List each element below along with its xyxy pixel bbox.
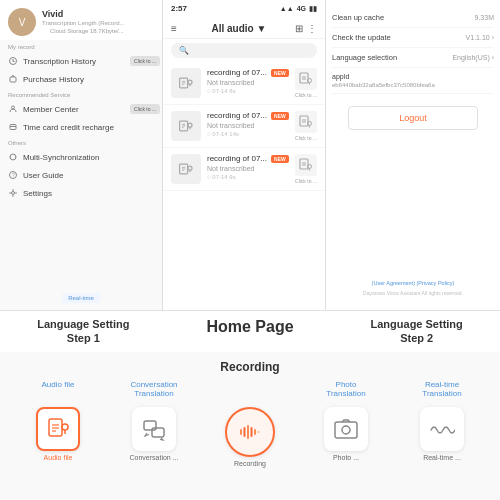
audio-action-2: Click to ... <box>295 111 317 141</box>
left-panel: V Vivid Transcription Length (Record... … <box>0 0 163 310</box>
label-right: Language Setting Step 2 <box>333 317 500 346</box>
action-label-1[interactable]: Click to ... <box>295 92 317 98</box>
svg-point-14 <box>188 80 192 84</box>
action-label-3[interactable]: Click to ... <box>295 178 317 184</box>
user-row: V Vivid Transcription Length (Record... … <box>0 0 162 40</box>
audio-thumb-3 <box>171 154 201 184</box>
bottom-section: Recording Audio file Conversation Transl… <box>0 352 500 500</box>
mid-panel: 2:57 ▲▲ 4G ▮▮ ≡ All audio ▼ ⊞ ⋮ 🔍 <box>163 0 326 310</box>
new-badge-3: NEW <box>271 155 289 163</box>
nav-item-audio[interactable]: Audio file <box>23 380 93 394</box>
nav-icon-realtime-item[interactable]: Real-time ... <box>407 407 477 461</box>
new-badge-1: NEW <box>271 69 289 77</box>
audio-time-1: ○ 07-14 8s <box>207 88 295 94</box>
nav-icon-audio-box <box>36 407 80 451</box>
logout-button[interactable]: Logout <box>348 106 478 130</box>
setting-row-cache: Clean up cache 9.33M <box>332 8 494 28</box>
svg-rect-57 <box>258 431 260 433</box>
label-left: Language Setting Step 1 <box>0 317 167 346</box>
user-info: Vivid Transcription Length (Record... Cl… <box>42 9 154 36</box>
click-btn-transcription[interactable]: Click to ... <box>130 56 160 66</box>
timecard-icon <box>8 122 18 132</box>
nav-sublabel-realtime: Real-time ... <box>423 454 461 461</box>
realtime-btn[interactable]: Real-time <box>62 293 100 303</box>
audio-item-1: recording of 07... NEW Not transcribed ○… <box>163 62 325 105</box>
sort-icon[interactable]: ⊞ <box>295 23 303 34</box>
nav-item-realtime[interactable]: Real-time Translation <box>407 380 477 403</box>
nav-icons-row-icons: Audio file Conversation ... <box>10 407 490 467</box>
svg-rect-58 <box>335 422 357 438</box>
nav-item-photo[interactable]: Photo Translation <box>311 380 381 403</box>
audio-info-1: recording of 07... NEW Not transcribed ○… <box>207 68 295 94</box>
guide-icon: ? <box>8 170 18 180</box>
audio-title-row-2: recording of 07... NEW <box>207 111 295 120</box>
section-title-recommended: Recommended Service <box>0 88 162 100</box>
setting-row-language[interactable]: Language selection English(US) › <box>332 48 494 68</box>
svg-rect-56 <box>254 429 256 435</box>
action-icon-1 <box>295 68 317 90</box>
menu-item-multi-sync[interactable]: Multi-Synchronization <box>0 148 162 166</box>
nav-icon-audio-item[interactable]: Audio file <box>23 407 93 461</box>
svg-rect-52 <box>240 429 242 435</box>
nav-icon-conversation-item[interactable]: Conversation ... <box>119 407 189 461</box>
audio-title-1: recording of 07... <box>207 68 267 77</box>
svg-point-9 <box>12 192 15 195</box>
member-icon <box>8 104 18 114</box>
nav-label-photo: Photo Translation <box>326 380 365 399</box>
menu-item-purchase-history[interactable]: Purchase History <box>0 70 162 88</box>
menu-item-user-guide[interactable]: ? User Guide <box>0 166 162 184</box>
click-btn-member[interactable]: Click to ... <box>130 104 160 114</box>
audio-info-3: recording of 07... NEW Not transcribed ○… <box>207 154 295 180</box>
menu-item-time-card[interactable]: Time card credit recharge <box>0 118 162 136</box>
nav-icon-photo-item[interactable]: Photo ... <box>311 407 381 461</box>
header-icons: ⊞ ⋮ <box>295 23 317 34</box>
svg-rect-27 <box>300 116 308 126</box>
svg-rect-54 <box>247 425 249 439</box>
all-audio-title[interactable]: All audio ▼ <box>183 23 295 34</box>
appid-label: appId <box>332 73 494 80</box>
nav-sublabel-recording: Recording <box>234 460 266 467</box>
nav-sublabel-audio: Audio file <box>44 454 73 461</box>
nav-icon-recording-box <box>225 407 275 457</box>
new-badge-2: NEW <box>271 112 289 120</box>
top-section: V Vivid Transcription Length (Record... … <box>0 0 500 310</box>
search-bar[interactable]: 🔍 <box>171 43 317 58</box>
nav-label-conversation: Conversation Translation <box>130 380 177 399</box>
svg-rect-3 <box>10 77 16 82</box>
audio-thumb-2 <box>171 111 201 141</box>
label-middle: Home Page <box>167 317 334 346</box>
time: 2:57 <box>171 4 187 13</box>
more-icon[interactable]: ⋮ <box>307 23 317 34</box>
nav-item-conversation[interactable]: Conversation Translation <box>119 380 189 403</box>
history-icon <box>8 56 18 66</box>
audio-title-3: recording of 07... <box>207 154 267 163</box>
action-label-2[interactable]: Click to ... <box>295 135 317 141</box>
audio-item-2: recording of 07... NEW Not transcribed ○… <box>163 105 325 148</box>
bottom-title: Recording <box>10 360 490 374</box>
hamburger-icon[interactable]: ≡ <box>171 23 177 34</box>
language-value: English(US) › <box>452 54 494 61</box>
user-name: Vivid <box>42 9 154 19</box>
menu-item-transcription-history[interactable]: Transcription History Click to ... <box>0 52 162 70</box>
nav-label-realtime: Real-time Translation <box>422 380 461 399</box>
setting-row-update[interactable]: Check the update V1.1.10 › <box>332 28 494 48</box>
section-title-others: Others <box>0 136 162 148</box>
cache-label: Clean up cache <box>332 13 384 22</box>
search-icon: 🔍 <box>179 46 189 55</box>
svg-rect-55 <box>251 427 253 437</box>
footer-links: (User Agreement) (Privacy Policy) <box>326 280 500 286</box>
menu-item-member-center[interactable]: Member Center Click to ... <box>0 100 162 118</box>
audio-title-row-3: recording of 07... NEW <box>207 154 295 163</box>
appid-row: appId eb6440bab32a8a5efbc37c5080bfea6a <box>332 68 494 94</box>
nav-icon-realtime-box <box>420 407 464 451</box>
menu-item-settings[interactable]: Settings <box>0 184 162 202</box>
audio-action-3: Click to ... <box>295 154 317 184</box>
nav-icon-recording-item[interactable]: Recording <box>215 407 285 467</box>
nav-label-audio: Audio file <box>42 380 75 390</box>
action-icon-3 <box>295 154 317 176</box>
audio-time-2: ○ 07-14 14s <box>207 131 295 137</box>
nav-icon-photo-box <box>324 407 368 451</box>
audio-status-1: Not transcribed <box>207 79 295 86</box>
nav-item-recording[interactable]: _ <box>215 380 285 394</box>
update-value: V1.1.10 › <box>466 34 494 41</box>
